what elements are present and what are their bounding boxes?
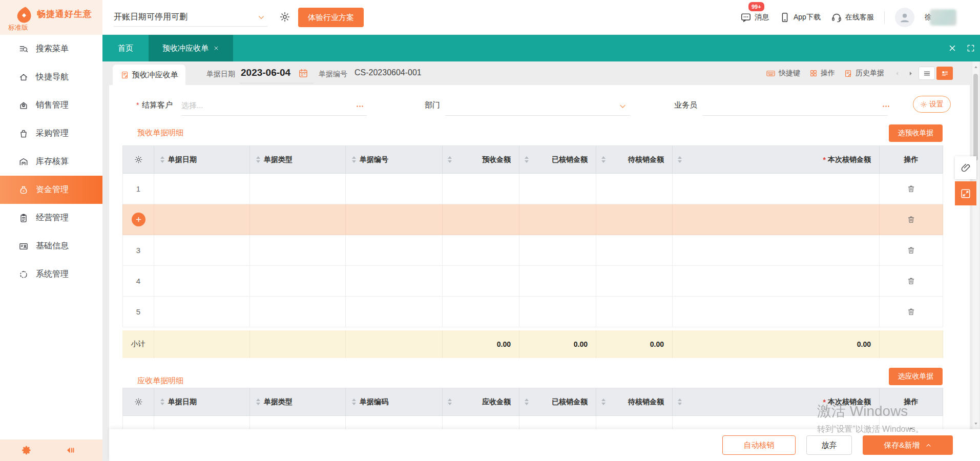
expand-panel-button[interactable] [955, 181, 976, 205]
col-doc-no[interactable]: 单据编号 [346, 145, 443, 174]
gear-icon[interactable] [134, 397, 143, 406]
cancel-button[interactable]: 放弃 [806, 435, 852, 455]
operate-menu-button[interactable]: 操作 [809, 61, 835, 85]
app-download-button[interactable]: App下载 [779, 12, 821, 23]
sort-icons[interactable] [256, 156, 260, 163]
sort-icons[interactable] [160, 399, 164, 405]
prev-doc-icon[interactable] [894, 70, 901, 77]
collapse-sidebar-icon[interactable] [66, 445, 76, 455]
sidebar-item-quick-nav[interactable]: 快捷导航 [0, 63, 102, 91]
close-tab-icon[interactable] [213, 45, 219, 51]
table-row[interactable] [122, 416, 943, 429]
table-row[interactable]: 5 [122, 297, 943, 327]
calendar-icon[interactable] [298, 68, 308, 78]
col-doc-date[interactable]: 单据日期 [154, 388, 250, 416]
sort-icons[interactable] [601, 156, 606, 163]
col-pending-amount[interactable]: 待核销金额 [596, 388, 673, 416]
gear-icon[interactable] [279, 11, 290, 23]
col-receivable-amount[interactable]: 应收金额 [443, 388, 519, 416]
sidebar-item-base-info[interactable]: 基础信息 [0, 232, 102, 260]
sort-icons[interactable] [256, 399, 260, 405]
col-prepay-amount[interactable]: 预收金额 [443, 145, 519, 174]
sidebar-item-funds[interactable]: 资金管理 [0, 176, 102, 204]
sidebar-item-operations[interactable]: 经营管理 [0, 204, 102, 232]
sidebar-item-purchase[interactable]: 采购管理 [0, 119, 102, 148]
save-and-new-button[interactable]: 保存&新增 [863, 435, 953, 455]
sort-icons[interactable] [525, 156, 529, 163]
sort-icons[interactable] [678, 156, 682, 163]
online-service-button[interactable]: 在线客服 [831, 12, 874, 23]
delete-row-button[interactable] [907, 215, 915, 224]
history-docs-button[interactable]: 历史单据 [844, 61, 884, 85]
settings-gear-icon[interactable] [22, 445, 32, 455]
col-pending-amount[interactable]: 待核销金额 [596, 145, 673, 174]
messages-button[interactable]: 消息 99+ [740, 12, 769, 23]
col-doc-code[interactable]: 单据编码 [346, 388, 443, 416]
tab-prepay-writeoff[interactable]: 预收冲应收单 [149, 35, 233, 61]
table-row[interactable]: 4 [122, 266, 943, 297]
sidebar-item-search-menu[interactable]: 搜索菜单 [0, 35, 102, 63]
next-doc-icon[interactable] [907, 70, 914, 77]
prepay-table-header: 单据日期 单据类型 单据编号 预收金额 已核销金额 待核销金额 *本次核销金额 … [122, 145, 943, 174]
col-doc-type[interactable]: 单据类型 [250, 145, 346, 174]
sort-icons[interactable] [448, 156, 452, 163]
sort-icons[interactable] [352, 399, 356, 405]
sort-icons[interactable] [601, 399, 606, 405]
delete-row-button[interactable] [907, 184, 915, 193]
footer-action-bar: 自动核销 放弃 保存&新增 [109, 429, 980, 461]
account-set-dropdown[interactable]: 开账日期可停用可删 [114, 0, 267, 35]
sort-icons[interactable] [448, 399, 452, 405]
delete-row-button[interactable] [907, 277, 915, 285]
customer-placeholder[interactable]: 选择... [181, 101, 203, 111]
sort-icons[interactable] [525, 399, 529, 405]
table-row[interactable]: 1 [122, 174, 943, 204]
sort-icons[interactable] [160, 156, 164, 163]
user-name[interactable]: 徐 [925, 9, 956, 26]
delete-row-button[interactable] [907, 246, 915, 255]
col-current-writeoff[interactable]: *本次核销金额 [673, 388, 880, 416]
trial-solution-button[interactable]: 体验行业方案 [298, 8, 364, 27]
receivable-table-header: 单据日期 单据类型 单据编码 应收金额 已核销金额 待核销金额 *本次核销金额 … [122, 388, 943, 416]
sort-icons[interactable] [352, 156, 356, 163]
col-doc-type[interactable]: 单据类型 [250, 388, 346, 416]
add-row-button[interactable] [132, 213, 145, 226]
chevron-down-icon[interactable] [618, 102, 627, 111]
ellipsis-icon[interactable] [882, 102, 890, 111]
col-writtenoff-amount[interactable]: 已核销金额 [519, 145, 596, 174]
sidebar-item-system[interactable]: 系统管理 [0, 260, 102, 288]
avatar[interactable] [895, 8, 914, 27]
scrollbar-thumb[interactable] [973, 74, 978, 161]
close-icon[interactable] [948, 44, 957, 53]
card-view-toggle[interactable] [936, 67, 953, 80]
salesman-label: 业务员 [674, 100, 697, 110]
ellipsis-icon[interactable] [356, 102, 364, 111]
document-tab[interactable]: 预收冲应收单 [113, 65, 185, 85]
fullscreen-icon[interactable] [966, 44, 975, 53]
select-receivable-docs-button[interactable]: 选应收单据 [889, 368, 943, 385]
list-view-toggle[interactable] [919, 67, 935, 80]
subtotal-writtenoff-amount: 0.00 [574, 340, 596, 348]
col-current-writeoff[interactable]: *本次核销金额 [673, 145, 880, 174]
sidebar-item-inventory[interactable]: 库存核算 [0, 148, 102, 176]
headset-icon [831, 12, 842, 23]
select-prepay-docs-button[interactable]: 选预收单据 [889, 124, 943, 142]
date-value[interactable]: 2023-06-04 [241, 67, 290, 78]
col-doc-date[interactable]: 单据日期 [154, 145, 250, 174]
scroll-up-icon[interactable] [974, 65, 978, 69]
document-card: * 结算客户 选择... 部门 业务员 设置 预收单据明细 选预收单据 单据日期 [109, 85, 970, 429]
paperclip-icon [961, 162, 971, 173]
table-row[interactable]: 3 [122, 235, 943, 266]
sidebar-item-sales[interactable]: 销售管理 [0, 91, 102, 119]
sort-icons[interactable] [678, 399, 682, 405]
auto-writeoff-button[interactable]: 自动核销 [722, 435, 796, 455]
table-row-highlighted[interactable] [122, 204, 943, 235]
vertical-scrollbar[interactable] [972, 61, 979, 429]
field-settings-button[interactable]: 设置 [913, 96, 951, 113]
attachment-button[interactable] [955, 156, 976, 179]
col-writtenoff-amount[interactable]: 已核销金额 [519, 388, 596, 416]
gear-icon[interactable] [134, 155, 143, 164]
tab-home[interactable]: 首页 [102, 35, 149, 61]
scroll-down-icon[interactable] [974, 422, 978, 426]
shortcut-keys-button[interactable]: 快捷键 [766, 61, 800, 85]
delete-row-button[interactable] [907, 307, 915, 316]
